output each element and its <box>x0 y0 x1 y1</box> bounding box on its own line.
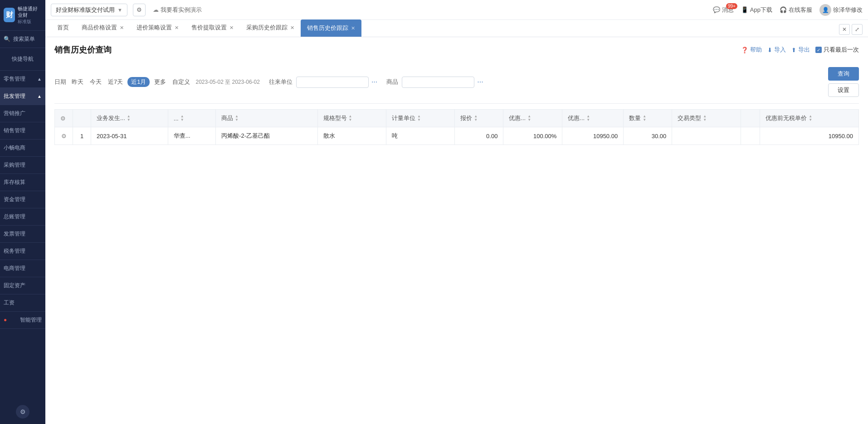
tab-purchase-strategy[interactable]: 进价策略设置 ✕ <box>130 19 185 37</box>
app-download-button[interactable]: 📱 App下载 <box>741 6 772 14</box>
page-title: 销售历史价查询 <box>54 44 112 55</box>
product-input[interactable] <box>402 77 474 88</box>
sidebar-item-tax[interactable]: 税务管理 <box>0 243 45 260</box>
help-button[interactable]: ❓ 帮助 <box>741 46 762 54</box>
message-badge: 99+ <box>726 3 737 9</box>
product-selector[interactable]: 好业财标准版交付试用 ▼ <box>51 4 127 16</box>
product-input-group: ··· <box>402 77 483 88</box>
date-range: 2023-05-02 至 2023-06-02 <box>195 78 259 86</box>
settings-button[interactable]: 设置 <box>828 83 859 97</box>
topbar-settings-button[interactable]: ⚙ <box>133 4 146 16</box>
page-header: 销售历史价查询 ❓ 帮助 ⬇ 导入 ⬆ 导出 ✓ 只看最后一次 <box>54 44 859 55</box>
col-discount1[interactable]: 优惠... ▲▼ <box>503 110 562 127</box>
col-product[interactable]: 商品 ▲▼ <box>216 110 318 127</box>
col-num <box>73 110 91 127</box>
tab-sales-history[interactable]: 销售历史价跟踪 ✕ <box>301 19 361 37</box>
date-opt-today[interactable]: 今天 <box>88 77 103 87</box>
tab-close-icon[interactable]: ✕ <box>175 25 179 31</box>
row-settings[interactable]: ⚙ <box>55 127 73 145</box>
col-pretax-price[interactable]: 优惠前无税单价 ▲▼ <box>760 110 859 127</box>
sidebar-item-retail[interactable]: 零售管理 ▲ <box>0 71 45 88</box>
checkbox-checked-icon: ✓ <box>815 47 822 53</box>
col-unit[interactable]: 计量单位 ▲▼ <box>386 110 454 127</box>
product-lookup-icon[interactable]: ··· <box>477 78 483 86</box>
logo-icon: 财 <box>4 8 15 22</box>
only-last-checkbox[interactable]: ✓ 只看最后一次 <box>815 46 859 54</box>
row-quantity: 30.00 <box>624 127 672 145</box>
date-opt-custom[interactable]: 自定义 <box>171 77 192 87</box>
tab-purchase-history[interactable]: 采购历史价跟踪 ✕ <box>240 19 301 37</box>
row-discount2: 10950.00 <box>562 127 624 145</box>
logo-text: 畅捷通好业财 <box>18 5 42 19</box>
sort-icon: ▲▼ <box>417 115 421 122</box>
message-icon: 💬 <box>713 6 720 13</box>
product-name: 好业财标准版交付试用 <box>56 6 115 14</box>
sidebar-item-inventory[interactable]: 库存核算 <box>0 174 45 191</box>
tabbar-controls: ✕ ⤢ <box>839 24 863 37</box>
mobile-icon: 📱 <box>741 6 748 13</box>
sidebar: 财 畅捷通好业财 标准版 🔍 搜索菜单 快捷导航 零售管理 ▲ 批发管理 ▲ 营… <box>0 0 45 424</box>
sidebar-item-quicknav[interactable]: 快捷导航 <box>0 52 45 67</box>
sidebar-item-sales[interactable]: 销售管理 <box>0 122 45 140</box>
date-options: 昨天 今天 近7天 近1月 更多 自定义 <box>70 77 192 87</box>
tab-price[interactable]: 商品价格设置 ✕ <box>75 19 130 37</box>
main-area: 好业财标准版交付试用 ▼ ⚙ ☁ 我要看实例演示 💬 消息 99+ 📱 App下… <box>45 0 868 424</box>
service-button[interactable]: 🎧 在线客服 <box>780 6 812 14</box>
date-opt-last7[interactable]: 近7天 <box>106 77 125 87</box>
export-button[interactable]: ⬆ 导出 <box>791 46 810 54</box>
sort-icon: ▲▼ <box>586 115 590 122</box>
search-icon: 🔍 <box>4 36 10 42</box>
tab-sale-extract[interactable]: 售价提取设置 ✕ <box>185 19 240 37</box>
date-opt-yesterday[interactable]: 昨天 <box>70 77 85 87</box>
message-button[interactable]: 💬 消息 99+ <box>713 6 734 14</box>
col-spacer <box>741 110 760 127</box>
sidebar-item-assets[interactable]: 固定资产 <box>0 277 45 294</box>
topbar: 好业财标准版交付试用 ▼ ⚙ ☁ 我要看实例演示 💬 消息 99+ 📱 App下… <box>45 0 868 20</box>
col-quantity[interactable]: 数量 ▲▼ <box>624 110 672 127</box>
user-menu[interactable]: 👤 徐泽华修改 <box>819 4 863 16</box>
col-date[interactable]: 业务发生... ▲▼ <box>91 110 168 127</box>
tab-close-window-button[interactable]: ✕ <box>839 24 850 35</box>
sidebar-item-wholesale[interactable]: 批发管理 ▲ <box>0 88 45 105</box>
tab-maximize-button[interactable]: ⤢ <box>852 24 863 35</box>
tab-close-icon[interactable]: ✕ <box>120 25 124 31</box>
sidebar-item-ecommerce-small[interactable]: 小畅电商 <box>0 140 45 157</box>
tab-close-icon[interactable]: ✕ <box>290 25 294 31</box>
supplier-input[interactable] <box>296 77 369 88</box>
sort-icon: ▲▼ <box>527 115 531 122</box>
sidebar-item-purchase[interactable]: 采购管理 <box>0 157 45 174</box>
col-spec[interactable]: 规格型号 ▲▼ <box>317 110 386 127</box>
cloud-icon: ☁ <box>153 6 159 13</box>
query-button[interactable]: 查询 <box>828 67 859 81</box>
row-spec: 散水 <box>317 127 386 145</box>
col-price[interactable]: 报价 ▲▼ <box>455 110 503 127</box>
import-button[interactable]: ⬇ 导入 <box>767 46 786 54</box>
date-opt-last1m[interactable]: 近1月 <box>127 77 150 87</box>
row-spacer <box>741 127 760 145</box>
sidebar-search[interactable]: 🔍 搜索菜单 <box>0 31 45 48</box>
sidebar-item-ecommerce[interactable]: 电商管理 <box>0 260 45 277</box>
sidebar-item-ledger[interactable]: 总账管理 <box>0 208 45 226</box>
tab-close-icon[interactable]: ✕ <box>229 25 234 31</box>
quick-nav[interactable]: 快捷导航 <box>0 48 45 71</box>
date-opt-more[interactable]: 更多 <box>152 77 168 87</box>
sidebar-items: 零售管理 ▲ 批发管理 ▲ 营销推广 销售管理 小畅电商 采购管理 库存核算 资… <box>0 71 45 329</box>
sidebar-item-invoice[interactable]: 发票管理 <box>0 226 45 243</box>
sidebar-item-smart[interactable]: ● 智能管理 <box>0 312 45 329</box>
demo-link[interactable]: ☁ 我要看实例演示 <box>153 6 202 14</box>
supplier-lookup-icon[interactable]: ··· <box>371 78 377 86</box>
col-settings[interactable]: ⚙ <box>55 110 73 127</box>
col-more[interactable]: ... ▲▼ <box>168 110 215 127</box>
col-discount2[interactable]: 优惠... ▲▼ <box>562 110 624 127</box>
col-trade-type[interactable]: 交易类型 ▲▼ <box>672 110 741 127</box>
tab-close-icon[interactable]: ✕ <box>351 25 355 31</box>
filter-bar: 日期 昨天 今天 近7天 近1月 更多 自定义 2023-05-02 至 202… <box>54 63 859 104</box>
sort-icon: ▲▼ <box>703 115 707 122</box>
supplier-filter-group: 往来单位 ··· <box>269 77 377 88</box>
sidebar-item-payroll[interactable]: 工资 <box>0 294 45 312</box>
sidebar-item-marketing[interactable]: 营销推广 <box>0 105 45 122</box>
sidebar-item-finance[interactable]: 资金管理 <box>0 191 45 208</box>
settings-button[interactable]: ⚙ <box>16 405 29 419</box>
sort-icon: ▲▼ <box>809 115 812 122</box>
tab-home[interactable]: 首页 <box>51 19 75 37</box>
